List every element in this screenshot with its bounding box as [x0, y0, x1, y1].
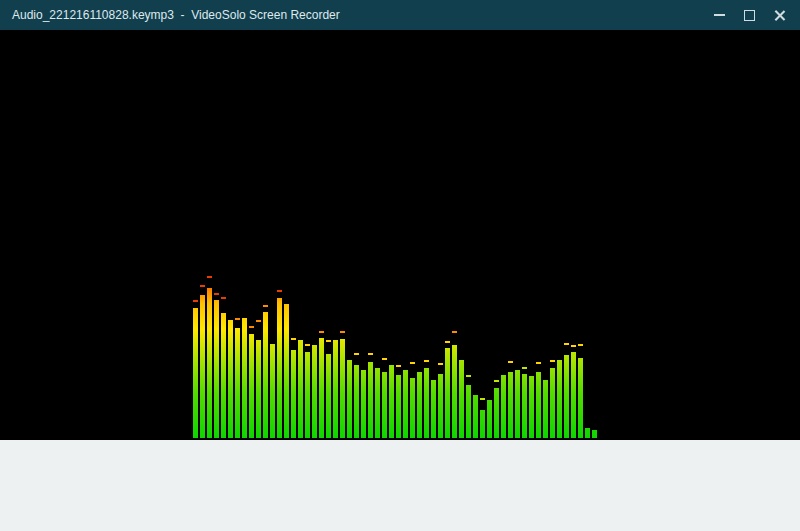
spectrum-bar [571, 272, 578, 438]
spectrum-peak-marker [522, 367, 527, 369]
spectrum-bar [298, 272, 305, 438]
spectrum-bar [375, 272, 382, 438]
spectrum-peak-marker [508, 361, 513, 363]
spectrum-bar [592, 272, 599, 438]
maximize-button[interactable] [742, 8, 756, 22]
trim-toolbar: [ Définir le début 00:00:00.00 Durée:00:… [0, 485, 800, 531]
spectrum-peak-marker [564, 343, 569, 345]
spectrum-peak-marker [319, 331, 324, 333]
close-icon [774, 10, 785, 21]
spectrum-bar [382, 272, 389, 438]
spectrum-bar [515, 272, 522, 438]
spectrum-bar [263, 272, 270, 438]
spectrum-bar [354, 272, 361, 438]
spectrum-bar [480, 272, 487, 438]
spectrum-bar [221, 272, 228, 438]
spectrum-bar [452, 272, 459, 438]
spectrum-bar [459, 272, 466, 438]
spectrum-bar [445, 272, 452, 438]
spectrum-bar [193, 272, 200, 438]
spectrum-bar [256, 272, 263, 438]
spectrum-bar [270, 272, 277, 438]
spectrum-peak-marker [452, 331, 457, 333]
spectrum-peak-marker [200, 285, 205, 287]
spectrum-peak-marker [235, 318, 240, 320]
spectrum-peak-marker [396, 365, 401, 367]
spectrum-bar [340, 272, 347, 438]
window-title: Audio_221216110828.keymp3 - VideoSolo Sc… [12, 8, 340, 22]
spectrum-bar [396, 272, 403, 438]
transport-controls: 00:00:19/ 00:01:11 [0, 440, 800, 485]
spectrum-bar [214, 272, 221, 438]
audio-spectrum-visualizer [193, 272, 599, 438]
spectrum-bar [277, 272, 284, 438]
spectrum-bar [347, 272, 354, 438]
spectrum-bar [431, 272, 438, 438]
spectrum-bar [424, 272, 431, 438]
spectrum-peak-marker [424, 360, 429, 362]
spectrum-peak-marker [193, 300, 198, 302]
spectrum-bar [368, 272, 375, 438]
spectrum-bar [557, 272, 564, 438]
spectrum-peak-marker [410, 362, 415, 364]
video-preview-area [0, 30, 800, 440]
spectrum-bar [403, 272, 410, 438]
spectrum-peak-marker [571, 345, 576, 347]
spectrum-bar [291, 272, 298, 438]
spectrum-bar [529, 272, 536, 438]
spectrum-peak-marker [291, 338, 296, 340]
spectrum-peak-marker [382, 358, 387, 360]
spectrum-peak-marker [466, 375, 471, 377]
spectrum-peak-marker [214, 293, 219, 295]
spectrum-peak-marker [494, 380, 499, 382]
spectrum-peak-marker [305, 344, 310, 346]
spectrum-peak-marker [256, 320, 261, 322]
spectrum-bar [312, 272, 319, 438]
spectrum-peak-marker [221, 297, 226, 299]
spectrum-bar [333, 272, 340, 438]
spectrum-bar [284, 272, 291, 438]
spectrum-bar [389, 272, 396, 438]
spectrum-bar [326, 272, 333, 438]
spectrum-bar [319, 272, 326, 438]
spectrum-bar [410, 272, 417, 438]
spectrum-bar [536, 272, 543, 438]
spectrum-peak-marker [263, 305, 268, 307]
spectrum-bar [550, 272, 557, 438]
spectrum-bar [585, 272, 592, 438]
spectrum-peak-marker [536, 362, 541, 364]
spectrum-bar [207, 272, 214, 438]
spectrum-bar [200, 272, 207, 438]
spectrum-bar [417, 272, 424, 438]
spectrum-bar [508, 272, 515, 438]
spectrum-peak-marker [340, 331, 345, 333]
spectrum-bar [578, 272, 585, 438]
spectrum-bar [564, 272, 571, 438]
spectrum-peak-marker [578, 344, 583, 346]
spectrum-bar [543, 272, 550, 438]
spectrum-peak-marker [354, 353, 359, 355]
spectrum-bar [361, 272, 368, 438]
spectrum-peak-marker [438, 363, 443, 365]
spectrum-bar [522, 272, 529, 438]
minimize-icon [714, 14, 725, 16]
spectrum-peak-marker [326, 340, 331, 342]
titlebar: Audio_221216110828.keymp3 - VideoSolo Sc… [0, 0, 800, 30]
close-button[interactable] [772, 8, 786, 22]
spectrum-bar [249, 272, 256, 438]
spectrum-bar [487, 272, 494, 438]
spectrum-bar [473, 272, 480, 438]
spectrum-bar [242, 272, 249, 438]
spectrum-bar [494, 272, 501, 438]
spectrum-peak-marker [368, 353, 373, 355]
spectrum-peak-marker [550, 360, 555, 362]
spectrum-bar [466, 272, 473, 438]
minimize-button[interactable] [712, 8, 726, 22]
maximize-icon [744, 10, 755, 21]
spectrum-bar [501, 272, 508, 438]
spectrum-peak-marker [445, 341, 450, 343]
spectrum-bar [235, 272, 242, 438]
spectrum-bar [305, 272, 312, 438]
spectrum-bar [438, 272, 445, 438]
spectrum-peak-marker [480, 398, 485, 400]
